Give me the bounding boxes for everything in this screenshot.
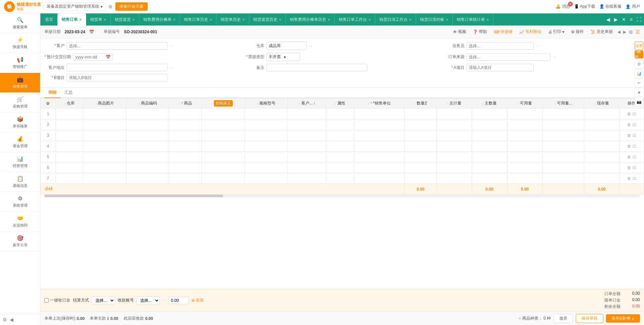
cell-product-2[interactable] [169,130,202,141]
rsp-settings-btn[interactable]: 设置 [635,42,643,50]
cell-unit-0[interactable] [354,109,404,119]
row-copy-5[interactable]: ⊡ [633,165,636,170]
cell-available2-6[interactable] [542,173,584,184]
th-spec[interactable]: ↕规格型号 [245,98,288,109]
sidebar-item-2[interactable]: 📢营销推广 [0,53,40,73]
cell-unit-2[interactable] [354,130,404,141]
tab-close-2[interactable]: ✕ [104,18,106,22]
cell-image-1[interactable] [83,119,126,130]
cell-main-unit-3[interactable] [437,141,472,152]
cell-qty2-3[interactable] [405,141,437,152]
cell-image-0[interactable] [83,109,126,119]
project-b-input[interactable] [67,74,167,81]
row-copy-2[interactable]: ⊡ [633,133,636,138]
row-delete-2[interactable]: 🗑 [627,133,631,138]
cell-product-3[interactable] [169,141,202,152]
cell-available-2[interactable] [507,130,542,141]
cell-warehouse-6[interactable] [55,173,83,184]
cell-current-4[interactable] [584,152,619,162]
row-delete-0[interactable]: 🗑 [627,112,631,116]
tab-5[interactable]: 销售订单历史✕ [180,13,217,26]
cell-customer-code-0[interactable] [288,109,326,119]
row-copy-3[interactable]: ⊡ [633,144,636,149]
th-main-qty[interactable]: ↕主数量 [472,98,507,109]
cell-attr-4[interactable] [326,152,354,162]
th-settings[interactable]: ⚙ [41,98,56,109]
invoice-select[interactable]: 不开票 ▾ [266,53,300,61]
cell-available-4[interactable] [507,152,542,162]
th-main-unit[interactable]: ↕主计量 [437,98,472,109]
cell-spec-0[interactable] [245,109,288,119]
sidebar-item-1[interactable]: ⚡快捷导航 [0,33,40,53]
cell-spec-6[interactable] [245,173,288,184]
cell-actions-3[interactable]: 🗑 ⊡ [619,141,644,152]
sidebar-item-8[interactable]: 📋基础信息 [0,172,40,192]
row-delete-3[interactable]: 🗑 [627,144,631,149]
system-selector[interactable]: 装备及固定资产辅助管理系统 ▾ [44,2,106,11]
tab-close-5[interactable]: ✕ [210,18,212,22]
receipt-select[interactable]: 选择... [137,296,160,304]
calendar-icon[interactable]: 📅 [89,30,94,34]
rsp-icon-3[interactable]: ✏ [635,79,643,87]
memo-input[interactable] [266,64,367,71]
row-delete-6[interactable]: 🗑 [627,176,631,181]
row-copy-0[interactable]: ⊡ [633,112,636,116]
cell-product-0[interactable] [169,109,202,119]
cell-available2-3[interactable] [542,141,584,152]
row-copy-4[interactable]: ⊡ [633,155,636,159]
cell-main-qty-5[interactable] [472,162,507,173]
cell-main-unit-2[interactable] [437,130,472,141]
sidebar-item-11[interactable]: 🎯新手引导 [0,232,40,251]
nav-next-icon[interactable]: ▶ [623,30,626,34]
cell-available-6[interactable] [507,173,542,184]
delivery-date-input[interactable]: 📅 [73,53,113,61]
nav-prev-icon[interactable]: ◀ [617,30,620,34]
cell-main-unit-6[interactable] [437,173,472,184]
print-btn[interactable]: 🖨 打印 ▾ [546,28,566,35]
online-service-btn[interactable]: 👤 在线客服 [599,4,621,9]
cell-warehouse-5[interactable] [55,162,83,173]
cell-actions-0[interactable]: 🗑 ⊡ [619,109,644,119]
tab-10[interactable]: 钱货日清工作台✕ [375,13,416,26]
cell-current-3[interactable] [584,141,619,152]
th-attr[interactable]: ↕属性 [326,98,354,109]
row-delete-5[interactable]: 🗑 [627,165,631,170]
row-copy-6[interactable]: ⊡ [633,176,636,181]
th-product[interactable]: ↕*商品 [169,98,202,109]
th-unit[interactable]: ↕**销售单位 [354,98,404,109]
receipt-more-icon[interactable]: ··· [163,298,166,302]
tab-8[interactable]: 销售费用分摊单历史✕ [286,13,335,26]
cell-qty2-6[interactable] [405,173,437,184]
cell-product-5[interactable] [169,162,202,173]
cell-image-5[interactable] [83,162,126,173]
cell-image-4[interactable] [83,152,126,162]
tab-1[interactable]: 销售订单✕ [58,13,86,26]
cell-current-2[interactable] [584,130,619,141]
cell-warehouse-3[interactable] [55,141,83,152]
cell-product-1[interactable] [169,119,202,130]
th-scan[interactable]: 扫码录入 [202,98,245,109]
checkout-checkbox[interactable] [44,298,49,302]
tab-detail[interactable]: 明细 [44,88,61,98]
rsp-icon-4[interactable]: ★ [635,88,643,97]
cell-customer-code-2[interactable] [288,130,326,141]
warehouse-select[interactable]: 成品库 [266,42,307,50]
cell-current-0[interactable] [584,109,619,119]
shortcut-btn[interactable]: ⌨ 快捷键 [492,28,515,35]
cell-image-2[interactable] [83,130,126,141]
sidebar-collapse-icon[interactable]: ◀ [10,317,13,322]
cell-current-1[interactable] [584,119,619,130]
th-image[interactable]: ↕商品图片 [83,98,126,109]
cell-current-5[interactable] [584,162,619,173]
cell-attr-0[interactable] [326,109,354,119]
tab-prev-btn[interactable]: ◀ [604,17,612,22]
scrollbar-thumb[interactable] [44,195,223,197]
th-warehouse[interactable]: ↕仓库 [55,98,83,109]
sidebar-settings-icon[interactable]: ⚙ [3,317,7,322]
cell-available-0[interactable] [507,109,542,119]
profit-btn[interactable]: 📈 毛利预估 [517,28,543,35]
cell-unit-5[interactable] [354,162,404,173]
help-btn[interactable]: ❓ 帮助 [471,28,489,35]
save-new-btn[interactable]: 保存&新增 ∨ [606,314,640,323]
tab-9[interactable]: 销售订单工作台✕ [335,13,375,26]
